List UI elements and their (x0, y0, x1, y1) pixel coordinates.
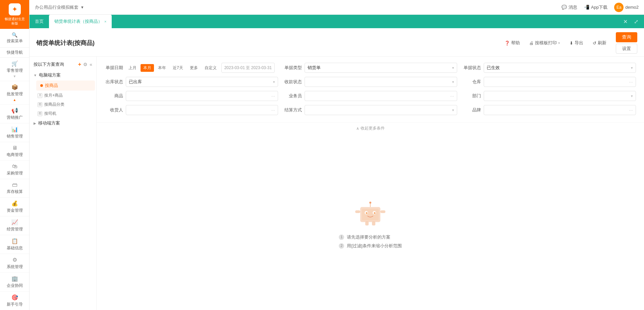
goods-input[interactable]: ··· (126, 91, 278, 101)
sidebar-item-finance[interactable]: 💰 资金管理 (0, 198, 29, 216)
brand-dots-icon: ··· (629, 107, 633, 113)
filter-doctype-cell: 单据类型 销货单 ▾ (281, 61, 460, 75)
sidebar-item-system[interactable]: ⚙ 系统管理 (0, 254, 29, 273)
enterprise-label: 企业协同 (7, 283, 23, 289)
scheme-item-by-goods[interactable]: 按商品 (36, 81, 95, 91)
avatar: Ea (614, 3, 624, 12)
scheme-mobile-group[interactable]: ▶ 移动端方案 (30, 118, 96, 128)
user-btn[interactable]: Ea demo2 (614, 3, 639, 12)
doctype-input[interactable]: 销货单 ▾ (305, 63, 457, 73)
sidebar-item-inventory[interactable]: 🗃 库存核算 (0, 179, 29, 198)
home-tab-label: 首页 (35, 18, 44, 24)
paymentstatus-input[interactable]: ▾ (305, 77, 457, 87)
driver-icon: 图 (38, 111, 42, 116)
warehouse-label: 仓库 (463, 79, 481, 85)
tip-num-2: 2 (339, 243, 344, 249)
operation-icon: 📈 (11, 219, 18, 225)
date-tab-custom[interactable]: 自定义 (202, 64, 219, 72)
sidebar-item-enterprise[interactable]: 🏢 企业协同 (0, 273, 29, 292)
date-range-input[interactable]: 2023-03-01 至 2023-03-31 (221, 63, 275, 73)
date-tab-7days[interactable]: 近7天 (170, 64, 186, 72)
export-btn[interactable]: ⬇ 导出 (567, 39, 586, 47)
sidebar-quick-nav[interactable]: 快捷导航 (0, 48, 29, 58)
tab-sales-stat[interactable]: 销货单统计表（按商品） × (49, 15, 112, 28)
warehouse-input[interactable]: ··· (484, 77, 636, 87)
docstatus-value: 已生效 (487, 65, 500, 71)
help-btn[interactable]: ❓ 帮助 (502, 39, 523, 47)
svg-point-5 (374, 212, 376, 214)
ecommerce-label: 电商管理 (7, 152, 23, 158)
tab-close-all-btn[interactable]: ✕ (621, 17, 629, 25)
tab-home[interactable]: 首页 (30, 15, 49, 28)
salesperson-dots-icon: ··· (450, 93, 454, 99)
scheme-sub-by-month-goods[interactable]: 月 按月+商品 (35, 91, 96, 100)
doctype-label: 单据类型 (283, 65, 302, 71)
outstatus-label: 出库状态 (105, 79, 123, 85)
scheme-add-btn[interactable]: + (78, 61, 81, 67)
salesperson-input[interactable]: ··· (305, 91, 457, 101)
date-tab-more[interactable]: 更多 (187, 64, 201, 72)
svg-rect-11 (372, 221, 375, 225)
print-dropdown-icon[interactable]: ▾ (558, 41, 560, 45)
filter-brand-cell: 品牌 ··· (460, 103, 639, 117)
marketing-icon: 📢 (11, 107, 18, 114)
breadcrumb-chevron[interactable]: ▾ (81, 5, 84, 10)
scheme-desktop-title[interactable]: ▼ 电脑端方案 (30, 70, 96, 80)
scheme-settings-btn[interactable]: ⚙ (83, 62, 88, 67)
tab-expand-btn[interactable]: ⤢ (632, 17, 640, 25)
sidebar-item-purchase[interactable]: 🛍 采购管理 (0, 161, 29, 179)
tabbar-end: ✕ ⤢ (621, 17, 644, 25)
wholesale-label: 批发管理 (7, 91, 23, 97)
finance-icon: 💰 (11, 200, 18, 207)
brand-input[interactable]: ··· (484, 105, 636, 115)
sidebar-logo[interactable]: ✦ 畅捷通好生意 标版 (0, 0, 30, 29)
content-body: 按以下方案查询 + ⚙ « ▼ 电脑端方案 按商 (30, 57, 644, 310)
collapse-bar[interactable]: ∧ 收起更多条件 (97, 122, 644, 134)
scheme-sub-by-driver[interactable]: 图 按司机 (35, 109, 96, 118)
download-btn[interactable]: 📲 App下载 (584, 4, 607, 10)
date-tab-last-month[interactable]: 上月 (126, 64, 139, 72)
help-label: 帮助 (511, 40, 520, 46)
purchase-label: 采购管理 (7, 170, 23, 176)
salesperson-label: 业务员 (283, 93, 302, 99)
department-input[interactable]: ▾ (484, 91, 636, 101)
date-tab-this-year[interactable]: 本年 (155, 64, 169, 72)
sidebar-item-basic[interactable]: 📋 基础信息 (0, 235, 29, 254)
svg-rect-10 (365, 221, 369, 225)
tab-close-btn[interactable]: × (104, 19, 106, 23)
svg-rect-1 (362, 209, 379, 220)
docstatus-label: 单据状态 (463, 65, 481, 71)
scheme-sub-by-category[interactable]: 图 按商品分类 (35, 100, 96, 109)
receiver-label: 收货人 (105, 107, 123, 113)
svg-point-4 (366, 212, 368, 214)
sidebar-search-menu[interactable]: 🔍 搜索菜单 (0, 29, 29, 48)
sidebar-item-ecommerce[interactable]: 🖥 电商管理 (0, 142, 29, 161)
receiver-input[interactable]: ··· (126, 105, 278, 115)
logo-text: 畅捷通好生意 (5, 17, 25, 21)
paymentmethod-input[interactable]: ▾ (305, 105, 457, 115)
outstatus-input[interactable]: 已出库 ▾ (126, 77, 278, 87)
query-btn[interactable]: 查询 (616, 32, 637, 42)
tip-num-1: 1 (339, 235, 344, 240)
refresh-btn[interactable]: ↺ 刷新 (590, 39, 609, 47)
sidebar-item-sales[interactable]: 📊 销售管理 (0, 123, 29, 142)
warehouse-dots-icon: ··· (629, 79, 633, 85)
settings-btn[interactable]: 设置 (616, 44, 637, 54)
department-label: 部门 (463, 93, 481, 99)
message-btn[interactable]: 💬 消息 (561, 4, 577, 10)
sidebar-item-marketing[interactable]: 📢 营销推广 (0, 105, 29, 123)
sidebar-item-wholesale[interactable]: 📦 批发管理 ▲ (0, 81, 29, 105)
enterprise-icon: 🏢 (11, 275, 18, 282)
sidebar-item-tutorial[interactable]: 🎯 新手引导 (0, 292, 29, 310)
sidebar-item-operation[interactable]: 📈 经营管理 (0, 216, 29, 235)
sidebar-item-retail[interactable]: 🛒 零售管理 ▼ (0, 58, 29, 81)
docstatus-input[interactable]: 已生效 ▾ (484, 63, 636, 73)
sales-icon: 📊 (11, 126, 18, 133)
date-tab-this-month[interactable]: 本月 (141, 64, 154, 72)
empty-illustration (354, 195, 387, 229)
scheme-collapse-btn[interactable]: « (90, 62, 92, 67)
empty-state: 1 请先选择要分析的方案 2 用[过滤]条件来缩小分析范围 (97, 134, 644, 310)
empty-tip-2: 2 用[过滤]条件来缩小分析范围 (339, 243, 401, 249)
print-btn[interactable]: 🖨 按模板打印 ▾ (527, 39, 563, 47)
goods-dots-icon: ··· (271, 93, 275, 99)
